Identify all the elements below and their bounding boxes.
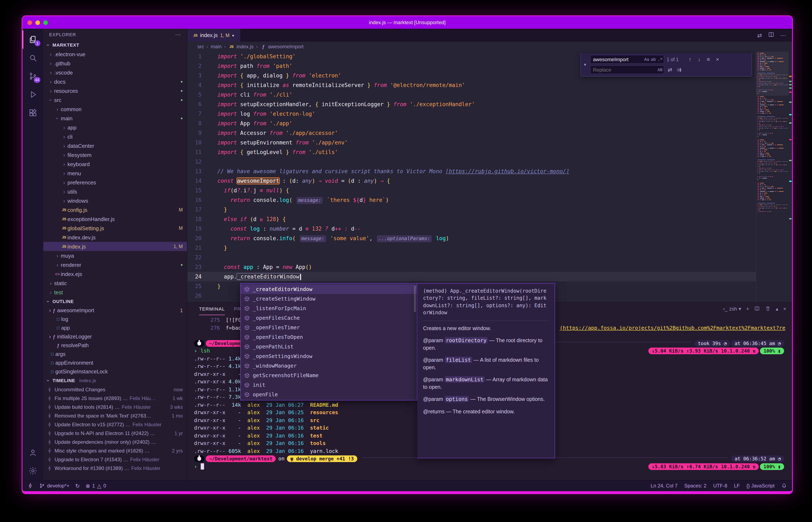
kill-terminal-icon[interactable]	[765, 305, 771, 313]
tree-item-index.dev.js[interactable]: JSindex.dev.js	[43, 233, 187, 242]
tree-item-test[interactable]: ›test	[43, 288, 187, 297]
timeline-item[interactable]: Misc style changes and marked (#1626) …2…	[43, 446, 187, 455]
status-bell[interactable]	[781, 483, 787, 489]
tree-item-exceptionHandler.js[interactable]: JSexceptionHandler.js	[43, 214, 187, 223]
tree-item-static[interactable]: ›static	[43, 279, 187, 288]
code-line-17[interactable]: 17 }	[187, 205, 756, 214]
split-terminal-icon[interactable]	[754, 305, 760, 313]
status-branch[interactable]: develop*+	[39, 483, 69, 489]
status-Ln 24, Col 7[interactable]: Ln 24, Col 7	[651, 483, 677, 489]
status-UTF-8[interactable]: UTF-8	[713, 483, 727, 489]
breadcrumb-item-awesomeImport[interactable]: ƒawesomeImport	[260, 44, 303, 49]
shell-picker[interactable]: ›_ zsh ▾	[723, 306, 741, 312]
whole-word-icon[interactable]: ab	[651, 57, 656, 62]
status-errors[interactable]: ⊗1△0	[85, 483, 106, 489]
tree-item-resources[interactable]: ›resources●	[43, 86, 187, 95]
breadcrumb-item-src[interactable]: src	[197, 44, 204, 49]
suggest-item-_openSettingsWindow[interactable]: _openSettingsWindow	[241, 351, 417, 361]
tab-index-js[interactable]: JS index.js 1, M ●	[187, 29, 240, 42]
code-editor[interactable]: 1import './globalSetting'2import path fr…	[187, 52, 756, 302]
status-remote[interactable]	[27, 483, 33, 489]
status-{} JavaScript[interactable]: {} JavaScript	[747, 483, 774, 489]
fossa-link[interactable]: (https://app.fossa.io/projects/git%2Bgit…	[560, 324, 785, 332]
zoom-window-button[interactable]	[43, 20, 48, 25]
code-line-12[interactable]: 12	[187, 157, 756, 166]
suggest-item-_openFilesToOpen[interactable]: _openFilesToOpen	[241, 332, 417, 342]
suggest-item-_createSettingWindow[interactable]: _createSettingWindow	[241, 294, 417, 303]
regex-icon[interactable]: .*	[657, 57, 662, 62]
tree-item-muya[interactable]: ›muya	[43, 251, 187, 260]
preserve-case-icon[interactable]: AB	[657, 67, 662, 72]
code-line-24[interactable]: 24 app._createEditorWindow	[187, 272, 756, 281]
suggest-item-_openFilesCache[interactable]: _openFilesCache	[241, 313, 417, 323]
split-editor-icon[interactable]	[768, 31, 774, 39]
activity-source-control-icon[interactable]: 44	[22, 67, 43, 85]
timeline-section-header[interactable]: › TIMELINE index.js	[43, 376, 187, 385]
timeline-item[interactable]: Update build tools (#2814) …Felix Häusle…	[43, 403, 187, 411]
timeline-item[interactable]: Update Electron to v15 (#2772) …Felix Hä…	[43, 420, 187, 429]
outline-item-log[interactable]: □log	[43, 315, 187, 323]
tree-item-.vscode[interactable]: ›.vscode	[43, 68, 187, 77]
minimize-window-button[interactable]	[35, 20, 40, 25]
timeline-item[interactable]: Upgrade to Electron 7 (#1543) …Felix Häu…	[43, 455, 187, 464]
code-line-13[interactable]: 13// We have awesome ligatures and cursi…	[187, 166, 756, 176]
status-LF[interactable]: LF	[734, 483, 740, 489]
titlebar[interactable]: index.js — marktext [Unsupported]	[22, 16, 792, 29]
timeline-item[interactable]: Removed the space in 'Mark Text' (#2763……	[43, 411, 187, 420]
replace-all-icon[interactable]: ⇉	[676, 66, 682, 73]
suggest-item-_createEditorWindow[interactable]: _createEditorWindow	[241, 284, 417, 294]
activity-settings-icon[interactable]	[22, 462, 43, 480]
code-line-11[interactable]: 11import { getLogLevel } from './utils'	[187, 147, 756, 157]
tree-item-index.js[interactable]: JSindex.js1, M	[43, 242, 187, 251]
outline-item-app[interactable]: □app	[43, 323, 187, 332]
status-sync[interactable]: ↻	[75, 483, 80, 489]
suggest-item-_listenForIpcMain[interactable]: _listenForIpcMain	[241, 303, 417, 313]
tab-dirty-indicator[interactable]: ●	[232, 33, 234, 37]
tree-item-dataCenter[interactable]: ›dataCenter	[43, 141, 187, 150]
match-case-icon[interactable]: Aa	[644, 57, 649, 62]
close-panel-icon[interactable]: ×	[783, 306, 786, 312]
code-line-7[interactable]: 7import log from 'electron-log'	[187, 109, 756, 119]
tree-item-renderer[interactable]: ›renderer●	[43, 260, 187, 269]
code-line-22[interactable]: 22	[187, 253, 756, 262]
tree-item-main[interactable]: ›main●	[43, 114, 187, 123]
toggle-replace-icon[interactable]: ▾	[582, 55, 588, 74]
tree-item-cli[interactable]: ›cli	[43, 132, 187, 141]
code-line-15[interactable]: 15 if(d?.i?.j ≡ null) {	[187, 186, 756, 195]
tree-item-config.js[interactable]: JSconfig.jsM	[43, 205, 187, 214]
maximize-panel-icon[interactable]: ▴	[776, 306, 778, 312]
code-line-19[interactable]: 19 const log : number = d ≡ 132 ? d++ : …	[187, 224, 756, 234]
tree-item-.electron-vue[interactable]: ›.electron-vue	[43, 49, 187, 59]
timeline-item[interactable]: Update dependencies (minor only) (#2402)…	[43, 438, 187, 446]
suggest-item-openFile[interactable]: openFile	[241, 389, 417, 399]
code-line-5[interactable]: 5import cli from './cli'	[187, 90, 756, 100]
tree-item-app[interactable]: ›app	[43, 123, 187, 132]
tree-item-keyboard[interactable]: ›keyboard	[43, 159, 187, 168]
tree-item-.github[interactable]: ›.github	[43, 59, 187, 68]
outline-item-gotSingleInstanceLock[interactable]: □gotSingleInstanceLock	[43, 367, 187, 376]
suggest-item-_openFilesTimer[interactable]: _openFilesTimer	[241, 323, 417, 332]
suggest-item-init[interactable]: init	[241, 380, 417, 389]
outline-item-resolvePath[interactable]: ƒresolvePath	[43, 341, 187, 350]
find-in-selection-icon[interactable]: ≡	[705, 56, 712, 62]
next-match-icon[interactable]: ↓	[696, 56, 702, 62]
close-window-button[interactable]	[27, 20, 32, 25]
suggest-item-getScreenshotFileName[interactable]: getScreenshotFileName	[241, 370, 417, 380]
activity-accounts-icon[interactable]	[22, 443, 43, 462]
code-line-23[interactable]: 23 const app : App = new App()	[187, 262, 756, 272]
tree-item-common[interactable]: ›common	[43, 104, 187, 114]
tree-item-globalSetting.js[interactable]: JSglobalSetting.jsM	[43, 223, 187, 233]
more-actions-icon[interactable]: ⋯	[780, 32, 786, 39]
timeline-item[interactable]: Upgrade to N-API and Electron 11 (#2422)…	[43, 429, 187, 438]
timeline-item[interactable]: Workaround for #1390 (#1389) …Felix Häus…	[43, 464, 187, 473]
tree-item-src[interactable]: ›src●	[43, 95, 187, 104]
timeline-item[interactable]: Fix multiple JS issues (#2893) …Felix Hä…	[43, 394, 187, 403]
outline-item-awesomeImport[interactable]: ›ƒawesomeImport1	[43, 306, 187, 315]
status-Spaces: 2[interactable]: Spaces: 2	[684, 483, 707, 489]
outline-item-appEnvironment[interactable]: □appEnvironment	[43, 358, 187, 367]
replace-input[interactable]	[590, 65, 664, 74]
code-line-6[interactable]: 6import setupExceptionHandler, { initExc…	[187, 100, 756, 109]
open-changes-icon[interactable]: ⇄	[757, 32, 762, 39]
code-line-10[interactable]: 10import setupEnvironment from './app/en…	[187, 138, 756, 147]
code-line-4[interactable]: 4import { initialize as remoteInitialize…	[187, 80, 756, 90]
